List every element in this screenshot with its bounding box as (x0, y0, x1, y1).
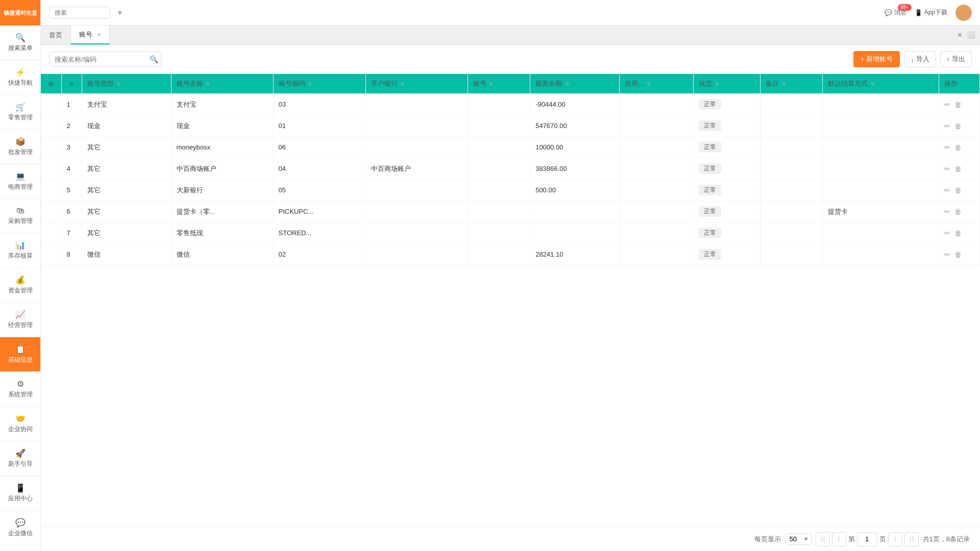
cell-action-3: ✏ 🗑 (939, 158, 980, 180)
sidebar-item-15[interactable]: 👑畅会员 (0, 545, 40, 551)
edit-button-2[interactable]: ✏ (944, 143, 950, 152)
sidebar-item-11[interactable]: 🤝企业协同 (0, 407, 40, 441)
col-bank[interactable]: 开户银行 ⇅ (365, 74, 468, 94)
tab-close-1[interactable]: × (97, 31, 101, 38)
prev-page-button[interactable]: ⟨ (832, 532, 846, 546)
table-row: 3 其它 moneybosx 06 10000.00 正常 ✏ 🗑 (41, 137, 980, 158)
app-download-button[interactable]: 📱 App下载 (915, 8, 947, 17)
total-info: 共1页，8条记录 (923, 535, 970, 544)
close-tab-icon[interactable]: ✕ (957, 31, 963, 39)
sidebar-item-7[interactable]: 💰资金管理 (0, 268, 40, 303)
cell-status-4: 正常 (693, 180, 760, 201)
page-label: 第 (848, 535, 855, 544)
cell-account-2 (468, 137, 530, 158)
page-number-input[interactable] (857, 532, 877, 546)
cell-type-6: 其它 (82, 222, 171, 244)
col-account[interactable]: 账号 ⇅ (468, 74, 530, 94)
delete-button-6[interactable]: 🗑 (954, 229, 962, 237)
col-remark[interactable]: 备注 ⇅ (760, 74, 822, 94)
delete-button-1[interactable]: 🗑 (954, 122, 962, 130)
col-balance[interactable]: 最新余额 ⇅ (530, 74, 620, 94)
search-button[interactable]: 🔍 (145, 52, 161, 66)
sidebar-item-5[interactable]: 🛍采购管理 (0, 199, 40, 233)
accounts-table: ⚙ # 账号类型 ⇅ 账号名称 ⇅ 账号编码 ⇅ 开户银行 ⇅ 账号 ⇅ 最新余… (41, 74, 980, 265)
top-search-input[interactable] (49, 7, 110, 19)
export-icon: ↑ (947, 56, 950, 63)
sidebar-label-12: 新手引导 (8, 460, 33, 468)
edit-button-3[interactable]: ✏ (944, 165, 950, 173)
sidebar-label-0: 搜索菜单 (8, 44, 33, 53)
cell-type-2: 其它 (82, 137, 171, 158)
sidebar-label-6: 库存核算 (8, 252, 33, 260)
edit-button-7[interactable]: ✏ (944, 251, 950, 259)
pagination: 每页显示 50 100 200 ⟨⟨ ⟨ 第 页 ⟩ ⟩⟩ 共1页，8条记录 (41, 527, 980, 551)
sidebar-item-0[interactable]: 🔍搜索菜单 (0, 26, 40, 60)
import-button[interactable]: ↓ 导入 (904, 51, 936, 67)
sidebar: 畅捷通时生意 🔍搜索菜单⚡快捷导航🛒零售管理📦批发管理💻电商管理🛍采购管理📊库存… (0, 0, 41, 551)
col-usage[interactable]: 使用... ⇅ (620, 74, 693, 94)
col-name[interactable]: 账号名称 ⇅ (171, 74, 273, 94)
cell-action-5: ✏ 🗑 (939, 201, 980, 222)
delete-button-2[interactable]: 🗑 (954, 143, 962, 152)
first-page-button[interactable]: ⟨⟨ (816, 532, 830, 546)
col-type[interactable]: 账号类型 ⇅ (82, 74, 171, 94)
edit-button-5[interactable]: ✏ (944, 208, 950, 216)
sidebar-item-4[interactable]: 💻电商管理 (0, 164, 40, 199)
delete-button-5[interactable]: 🗑 (954, 208, 962, 216)
sidebar-icon-11: 🤝 (15, 414, 26, 423)
col-code[interactable]: 账号编码 ⇅ (273, 74, 365, 94)
sidebar-item-1[interactable]: ⚡快捷导航 (0, 60, 40, 95)
delete-button-3[interactable]: 🗑 (954, 165, 962, 173)
cell-usage-4 (620, 180, 693, 201)
cell-settings-1 (41, 115, 61, 137)
edit-button-1[interactable]: ✏ (944, 122, 950, 130)
edit-button-4[interactable]: ✏ (944, 186, 950, 194)
content-area: 🔍 + 新增账号 ↓ 导入 ↑ 导出 (41, 45, 980, 551)
cell-type-5: 其它 (82, 201, 171, 222)
col-status[interactable]: 状态 ⇅ (693, 74, 760, 94)
delete-button-4[interactable]: 🗑 (954, 186, 962, 194)
cell-code-0: 03 (273, 94, 365, 115)
last-page-button[interactable]: ⟩⟩ (904, 532, 919, 546)
delete-button-0[interactable]: 🗑 (954, 101, 962, 109)
sidebar-nav: 🔍搜索菜单⚡快捷导航🛒零售管理📦批发管理💻电商管理🛍采购管理📊库存核算💰资金管理… (0, 26, 40, 551)
messages-button[interactable]: 💬 消息 99+ (885, 8, 906, 17)
cell-name-6: 零售抵现 (171, 222, 273, 244)
cell-balance-7: 28241.10 (530, 244, 620, 265)
cell-balance-2: 10000.00 (530, 137, 620, 158)
col-default-payment[interactable]: 默认结算方式 ⇅ (823, 74, 939, 94)
sidebar-item-14[interactable]: 💬企业微信 (0, 511, 40, 545)
per-page-select[interactable]: 50 100 200 (785, 533, 812, 545)
sidebar-item-3[interactable]: 📦批发管理 (0, 130, 40, 164)
search-input[interactable] (50, 53, 145, 66)
table-row: 4 其它 中百商场账户 04 中百商场账户 383866.00 正常 ✏ 🗑 (41, 158, 980, 180)
next-page-button[interactable]: ⟩ (888, 532, 902, 546)
sidebar-icon-4: 💻 (15, 171, 26, 181)
cell-index-6: 7 (61, 222, 82, 244)
edit-button-6[interactable]: ✏ (944, 229, 950, 237)
dropdown-icon[interactable]: ▼ (116, 9, 124, 17)
sidebar-item-2[interactable]: 🛒零售管理 (0, 95, 40, 130)
sidebar-item-6[interactable]: 📊库存核算 (0, 233, 40, 268)
cell-name-0: 支付宝 (171, 94, 273, 115)
sidebar-item-12[interactable]: 🚀新手引导 (0, 441, 40, 476)
tab-actions: ✕⬜ (952, 26, 980, 44)
maximize-icon[interactable]: ⬜ (967, 31, 975, 39)
cell-name-7: 微信 (171, 244, 273, 265)
sidebar-item-13[interactable]: 📱应用中心 (0, 476, 40, 511)
sidebar-item-9[interactable]: 📋基础信息 (0, 337, 40, 372)
sidebar-item-10[interactable]: ⚙系统管理 (0, 372, 40, 407)
sidebar-item-8[interactable]: 📈经营管理 (0, 303, 40, 337)
tab-1[interactable]: 账号× (71, 26, 110, 44)
tab-0[interactable]: 首页 (41, 26, 71, 44)
delete-button-7[interactable]: 🗑 (954, 251, 962, 259)
user-avatar[interactable] (955, 5, 972, 21)
edit-button-0[interactable]: ✏ (944, 101, 950, 109)
export-button[interactable]: ↑ 导出 (940, 51, 972, 67)
header-right: 💬 消息 99+ 📱 App下载 (885, 5, 972, 21)
add-account-button[interactable]: + 新增账号 (853, 51, 900, 67)
app-logo: 畅捷通时生意 (0, 0, 40, 26)
cell-action-7: ✏ 🗑 (939, 244, 980, 265)
table-row: 5 其它 大新银行 05 500.00 正常 ✏ 🗑 (41, 180, 980, 201)
col-settings[interactable]: ⚙ (41, 74, 61, 94)
